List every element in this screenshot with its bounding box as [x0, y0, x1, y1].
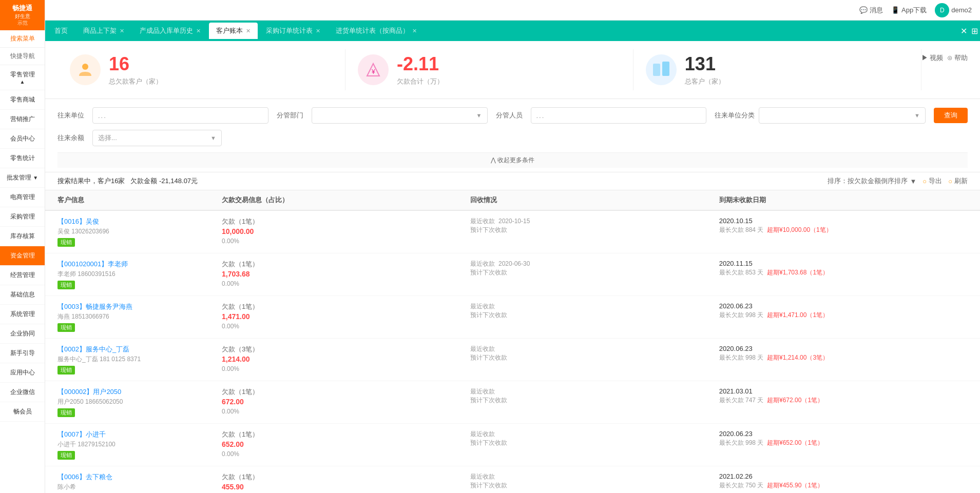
customer-name[interactable]: 【000002】用户2050	[57, 387, 222, 397]
results-info: 搜索结果中，客户16家 欠款金额 -21,148.07元	[57, 176, 198, 186]
phone-icon: 📱	[891, 6, 899, 14]
collection-info: 最近收款 2020-10-15 预计下次收款	[470, 217, 719, 234]
sidebar-item-retail-mgmt[interactable]: 零售管理 ▲	[0, 65, 45, 90]
customer-tag: 现销	[57, 323, 75, 332]
customer-name[interactable]: 【0016】吴俊	[57, 217, 222, 226]
overdue-amount[interactable]: 超期¥672.00（1笔）	[767, 397, 823, 404]
customer-phone: 小进千 18279152100	[57, 440, 222, 449]
filter-row-1: 往来单位 ... 分管部门 ▼ 分管人员 ...	[57, 107, 968, 124]
sidebar-item-member[interactable]: 会员中心	[0, 129, 45, 149]
stat-card-customers: 16 总欠款客户（家）	[57, 49, 345, 90]
tab-close-icon[interactable]: ✕	[120, 28, 124, 34]
customer-name[interactable]: 【0006】去下粮仓	[57, 472, 222, 482]
refresh-icon: ○	[948, 178, 952, 185]
remainder-select[interactable]: 选择... ▼	[92, 130, 222, 146]
debt-info: 欠款（3笔） 1,214.00 0.00%	[222, 345, 470, 372]
stat-label-debt: 欠款合计（万）	[397, 77, 444, 86]
app-download-button[interactable]: 📱 App下载	[891, 6, 927, 15]
sidebar-item-finance[interactable]: 资金管理	[0, 246, 45, 266]
video-button[interactable]: ▶ 视频	[921, 53, 944, 63]
fullscreen-icon[interactable]: ⊞	[971, 26, 978, 36]
collection-info: 最近收款 2020-06-30 预计下次收款	[470, 260, 719, 277]
next-collection-label: 预计下次收款	[470, 268, 719, 277]
overdue-date: 2020.06.23	[719, 302, 968, 310]
overdue-amount[interactable]: 超期¥1,214.00（3笔）	[767, 354, 829, 361]
debt-info: 欠款（1笔） 652.00 0.00%	[222, 430, 470, 458]
stat-top-right: ▶ 视频 ⊙ 帮助	[921, 49, 968, 63]
tab-inbound-stats[interactable]: 进货单统计表（按商品） ✕	[329, 23, 424, 39]
customer-name[interactable]: 【0002】服务中心_丁磊	[57, 345, 222, 354]
customer-tag: 现销	[57, 238, 75, 247]
debt-info: 欠款（1笔） 672.00 0.00%	[222, 387, 470, 415]
overdue-amount[interactable]: 超期¥455.90（1笔）	[767, 482, 823, 489]
sidebar-item-inventory[interactable]: 库存核算	[0, 227, 45, 246]
overdue-amount[interactable]: 超期¥10,000.00（1笔）	[767, 226, 832, 233]
sidebar-item-cooperation[interactable]: 企业协同	[0, 324, 45, 344]
tab-inbound-history[interactable]: 产成品入库单历史 ✕	[132, 23, 208, 39]
export-button[interactable]: ○ 导出	[923, 176, 942, 186]
sidebar-item-ecommerce[interactable]: 电商管理	[0, 188, 45, 207]
sidebar-item-app-center[interactable]: 应用中心	[0, 363, 45, 383]
sort-select[interactable]: 排序：按欠款金额倒序排序 ▼	[828, 176, 916, 186]
customer-name[interactable]: 【0001020001】李老师	[57, 260, 222, 269]
table-row: 【0001020001】李老师 李老师 18600391516 现销 欠款（1笔…	[45, 253, 980, 296]
overdue-date: 2020.11.15	[719, 260, 968, 267]
tab-close-icon[interactable]: ✕	[412, 28, 417, 34]
sidebar-item-vip[interactable]: 畅会员	[0, 402, 45, 422]
collapse-filter-button[interactable]: ⋀ 收起更多条件	[57, 152, 968, 168]
next-collection-label: 预计下次收款	[470, 396, 719, 405]
customer-phone: 李老师 18600391516	[57, 270, 222, 279]
tab-product-listing[interactable]: 商品上下架 ✕	[76, 23, 131, 39]
sidebar-item-purchase[interactable]: 采购管理	[0, 207, 45, 227]
debt-amount: 1,703.68	[222, 270, 470, 278]
unit-category-select[interactable]: ▼	[759, 107, 926, 124]
results-actions: 排序：按欠款金额倒序排序 ▼ ○ 导出 ○ 刷新	[828, 176, 968, 186]
sidebar-item-operations[interactable]: 经营管理	[0, 266, 45, 285]
query-button[interactable]: 查询	[934, 108, 968, 123]
tab-purchase-stats[interactable]: 采购订单统计表 ✕	[259, 23, 328, 39]
due-info: 2020.06.23 最长欠款 998 天 超期¥1,471.00（1笔）	[719, 302, 968, 320]
sidebar-item-retail-mall[interactable]: 零售商城	[0, 90, 45, 110]
person-input[interactable]: ...	[531, 107, 707, 124]
overdue-date: 2021.03.01	[719, 387, 968, 395]
export-icon: ○	[923, 178, 927, 185]
help-button[interactable]: ⊙ 帮助	[947, 53, 968, 63]
table-row: 【0002】服务中心_丁磊 服务中心_丁磊 181 0125 8371 现销 欠…	[45, 339, 980, 381]
sidebar-quick-nav[interactable]: 快捷导航	[0, 48, 45, 65]
user-avatar[interactable]: D demo2	[935, 3, 972, 17]
customer-phone: 陈小希	[57, 483, 222, 491]
sidebar-item-wechat[interactable]: 企业微信	[0, 383, 45, 402]
sidebar-item-wholesale[interactable]: 批发管理 ▼	[0, 168, 45, 188]
customer-name[interactable]: 【0003】畅捷服务尹海燕	[57, 302, 222, 311]
unit-category-label: 往来单位分类	[715, 111, 755, 120]
tab-close-icon[interactable]: ✕	[246, 28, 251, 34]
sidebar-item-guide[interactable]: 新手引导	[0, 344, 45, 363]
sidebar-search[interactable]: 搜索菜单	[0, 30, 45, 48]
sidebar-item-marketing[interactable]: 营销推广	[0, 110, 45, 129]
tab-close-icon[interactable]: ✕	[196, 28, 201, 34]
due-info: 2020.10.15 最长欠款 884 天 超期¥10,000.00（1笔）	[719, 217, 968, 234]
debt-count: 欠款（3笔）	[222, 345, 470, 354]
filter-unit-category: 往来单位分类 ▼	[715, 107, 926, 124]
message-button[interactable]: 💬 消息	[859, 6, 883, 15]
customer-name[interactable]: 【0007】小进千	[57, 430, 222, 439]
tab-home[interactable]: 首页	[47, 23, 75, 39]
sidebar-item-basic-info[interactable]: 基础信息	[0, 285, 45, 305]
tab-customer-account[interactable]: 客户账本 ✕	[209, 23, 258, 39]
video-icon: ▶	[921, 54, 928, 62]
tab-close-icon[interactable]: ✕	[316, 28, 320, 34]
refresh-button[interactable]: ○ 刷新	[948, 176, 968, 186]
table-container: 客户信息 欠款交易信息（占比） 回收情况 到期未收款日期 【0016】吴俊 吴俊…	[45, 190, 980, 493]
overdue-amount[interactable]: 超期¥1,471.00（1笔）	[767, 311, 829, 319]
debt-amount: 672.00	[222, 398, 470, 406]
sidebar-item-system[interactable]: 系统管理	[0, 305, 45, 324]
overdue-amount[interactable]: 超期¥652.00（1笔）	[767, 439, 823, 446]
customer-info: 【0001020001】李老师 李老师 18600391516 现销	[57, 260, 222, 289]
close-all-icon[interactable]: ✕	[960, 26, 967, 36]
from-unit-input[interactable]: ...	[92, 107, 268, 124]
overdue-days: 最长欠款 998 天 超期¥652.00（1笔）	[719, 439, 968, 447]
debt-percent: 0.00%	[222, 280, 470, 287]
dept-select[interactable]: ▼	[312, 107, 488, 124]
sidebar-item-retail-stats[interactable]: 零售统计	[0, 149, 45, 168]
overdue-amount[interactable]: 超期¥1,703.68（1笔）	[767, 269, 829, 276]
